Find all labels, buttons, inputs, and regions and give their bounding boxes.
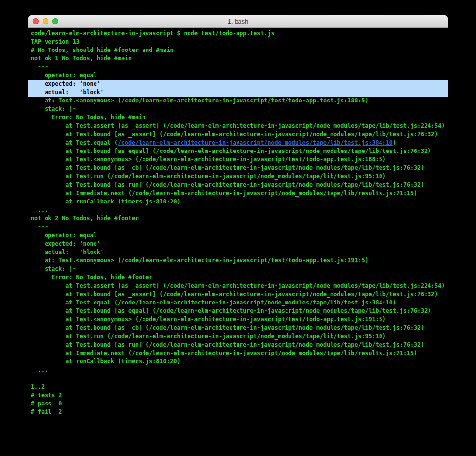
terminal-line: ---	[28, 223, 448, 231]
terminal-line: ...	[28, 206, 448, 214]
window-title: 1. bash	[228, 18, 249, 25]
close-button[interactable]	[33, 18, 39, 24]
terminal-line: at runCallback (timers.js:810:20)	[28, 357, 448, 366]
terminal-line: # tests 2	[28, 391, 448, 400]
terminal-line: stack: |-	[28, 105, 448, 113]
terminal-line: actual: 'block'	[28, 248, 448, 256]
terminal-line: code/learn-elm-architecture-in-javascrip…	[28, 29, 448, 38]
terminal-line	[28, 374, 448, 383]
terminal-line: at Test.bound [as run] (/code/learn-elm-…	[28, 341, 448, 349]
terminal-line: operator: equal	[28, 231, 448, 240]
terminal-line: ...	[28, 366, 448, 374]
terminal-output[interactable]: code/learn-elm-architecture-in-javascrip…	[28, 28, 448, 456]
terminal-line: Error: No Todos, hide #main	[28, 113, 448, 122]
terminal-line: at Test.equal (/code/learn-elm-architect…	[28, 299, 448, 307]
terminal-line: at Test.bound [as equal] (/code/learn-el…	[28, 147, 448, 155]
stack-line-text: at Test.equal (	[31, 139, 118, 146]
terminal-line: # pass 0	[28, 400, 448, 408]
terminal-line: at Immediate.next (/code/learn-elm-archi…	[28, 349, 448, 357]
terminal-line: Error: No Todos, hide #footer	[28, 273, 448, 282]
titlebar[interactable]: 1. bash	[28, 15, 448, 28]
terminal-window: 1. bash code/learn-elm-architecture-in-j…	[28, 15, 448, 456]
traffic-lights	[33, 15, 58, 27]
terminal-line: at Immediate.next (/code/learn-elm-archi…	[28, 189, 448, 198]
minimize-button[interactable]	[43, 18, 48, 24]
terminal-line: at runCallback (timers.js:810:20)	[28, 198, 448, 206]
terminal-line: at Test.run (/code/learn-elm-architectur…	[28, 332, 448, 341]
terminal-line: # fail 2	[28, 408, 448, 416]
terminal-line: at Test.bound [as _cb] (/code/learn-elm-…	[28, 324, 448, 332]
terminal-line: at Test.equal (/code/learn-elm-architect…	[28, 139, 448, 147]
zoom-button[interactable]	[52, 18, 58, 24]
terminal-line: 1..2	[28, 383, 448, 391]
terminal-line-selected: expected: 'none'	[28, 80, 448, 88]
terminal-line: stack: |-	[28, 265, 448, 273]
terminal-line: expected: 'none'	[28, 240, 448, 248]
terminal-line: at Test.bound [as _cb] (/code/learn-elm-…	[28, 164, 448, 172]
stack-line-text: )	[393, 139, 396, 146]
terminal-line: ---	[28, 63, 448, 71]
terminal-line: at: Test.<anonymous> (/code/learn-elm-ar…	[28, 97, 448, 105]
terminal-line: operator: equal	[28, 71, 448, 80]
terminal-line: TAP version 13	[28, 38, 448, 46]
terminal-line: at: Test.<anonymous> (/code/learn-elm-ar…	[28, 256, 448, 265]
terminal-line: at Test.run (/code/learn-elm-architectur…	[28, 172, 448, 181]
terminal-line: at Test.bound [as run] (/code/learn-elm-…	[28, 181, 448, 189]
terminal-line: not ok 1 No Todos, hide #main	[28, 54, 448, 63]
terminal-line: at Test.assert [as _assert] (/code/learn…	[28, 122, 448, 130]
terminal-line: at Test.bound [as equal] (/code/learn-el…	[28, 307, 448, 315]
terminal-line-selected: actual: 'block'	[28, 88, 448, 97]
terminal-line: # No Todos, should hide #footer and #mai…	[28, 46, 448, 54]
terminal-line: at Test.bound [as _assert] (/code/learn-…	[28, 130, 448, 139]
stack-file-link[interactable]: /code/learn-elm-architecture-in-javascri…	[118, 139, 393, 146]
terminal-line: at Test.bound [as _assert] (/code/learn-…	[28, 290, 448, 299]
terminal-line: at Test.assert [as _assert] (/code/learn…	[28, 282, 448, 290]
terminal-line: at Test.<anonymous> (/code/learn-elm-arc…	[28, 155, 448, 164]
terminal-line: at Test.<anonymous> (/code/learn-elm-arc…	[28, 315, 448, 324]
terminal-line: not ok 2 No Todos, hide #footer	[28, 214, 448, 223]
